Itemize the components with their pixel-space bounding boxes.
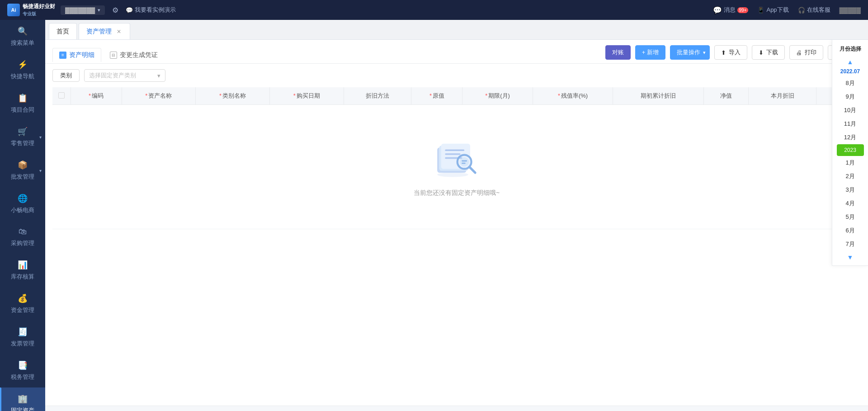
col-purchase-date: *购买日期 [269,87,344,105]
month-nav-down: ▼ [846,253,855,262]
reconcile-button[interactable]: 对账 [605,45,631,60]
col-monthly-depreciation: 本月折旧 [749,87,816,105]
tab-asset-detail[interactable]: ≡ 资产明细 [52,48,101,62]
col-depreciation-method: 折旧方法 [344,87,411,105]
app-download-button[interactable]: 📱 App下载 [757,6,788,14]
logo-icon: Ai [7,4,20,16]
sidebar-item-tax[interactable]: 📑 税务管理 [0,354,45,387]
month-nav-up: ▲ [846,57,855,66]
month-item-1[interactable]: 1月 [837,156,864,170]
month-picker-panel: 月份选择 ▲ 2022.07 8月 9月 10月 11月 12月 2023 1月… [832,40,868,266]
month-item-10[interactable]: 10月 [837,104,864,117]
sub-tab-bar: ≡ 资产明细 ⊟ 变更生成凭证 对账 + 新增 批量操作 [45,40,868,64]
month-item-2[interactable]: 2月 [837,170,864,183]
svg-point-8 [460,157,469,167]
svg-rect-10 [462,161,467,162]
sidebar-item-quick-nav[interactable]: ⚡ 快捷导航 [0,53,45,87]
sidebar-item-wholesale[interactable]: 📦 批发管理 [0,154,45,187]
month-item-7[interactable]: 7月 [837,237,864,251]
retail-icon: 🛒 [18,127,28,137]
tab-bar: 首页 资产管理 ✕ [45,20,868,40]
select-all-checkbox[interactable] [58,92,65,99]
svg-line-9 [469,167,475,173]
col-residual-rate: *残值率(%) [533,87,613,105]
asset-table: *编码 *资产名称 *类别名称 *购买日期 [52,87,861,229]
import-button[interactable]: ⬆ 导入 [714,45,747,60]
horizontal-scrollbar[interactable] [45,406,868,411]
month-up-button[interactable]: ▲ [846,57,855,66]
month-item-12[interactable]: 12月 [837,131,864,144]
sidebar-item-inventory[interactable]: 📊 库存核算 [0,254,45,287]
month-item-6[interactable]: 6月 [837,224,864,237]
app-title: 畅捷通好业财 专业版 [23,3,55,17]
month-picker-title: 月份选择 [840,43,861,57]
filter-bar: 类别 选择固定资产类别 ▾ [45,64,868,87]
svg-point-0 [437,172,468,177]
month-item-9[interactable]: 9月 [837,90,864,104]
month-down-button[interactable]: ▼ [846,253,855,262]
tab-home[interactable]: 首页 [49,23,77,39]
batch-button[interactable]: 批量操作 ▾ [670,45,710,60]
message-badge: 99+ [737,7,749,13]
sidebar-item-finance[interactable]: 💰 资金管理 [0,287,45,321]
month-item-5[interactable]: 5月 [837,210,864,224]
year-2023-marker: 2023 [837,144,864,156]
month-item-3[interactable]: 3月 [837,183,864,197]
tab-close-button[interactable]: ✕ [115,28,123,35]
finance-icon: 💰 [18,293,28,303]
current-period[interactable]: 2022.07 [840,67,860,76]
sidebar-item-invoice[interactable]: 🧾 发票管理 [0,321,45,354]
inventory-icon: 📊 [18,260,28,270]
sidebar-item-search[interactable]: 🔍 搜索菜单 [0,20,45,53]
topbar-right: 💬 消息 99+ 📱 App下载 🎧 在线客服 ▓▓▓▓▓ [713,6,861,14]
demo-link[interactable]: 💬 我要看实例演示 [126,6,176,14]
fixed-assets-icon: 🏢 [18,394,28,404]
wholesale-icon: 📦 [18,160,28,170]
empty-message: 当前您还没有固定资产明细哦~ [414,189,500,197]
svg-rect-4 [445,150,464,151]
asset-detail-icon: ≡ [59,52,66,59]
col-period: *期限(月) [462,87,533,105]
category-select[interactable]: 选择固定资产类别 ▾ [84,69,165,82]
change-voucher-icon: ⊟ [110,52,117,59]
category-label[interactable]: 类别 [52,69,80,82]
sidebar-item-retail[interactable]: 🛒 零售管理 [0,120,45,154]
col-code: *编码 [71,87,122,105]
tax-icon: 📑 [18,360,28,370]
table-area: *编码 *资产名称 *类别名称 *购买日期 [45,87,868,406]
sidebar: 🔍 搜索菜单 ⚡ 快捷导航 📋 项目合同 🛒 零售管理 📦 批发管理 🌐 小畅电… [0,20,45,411]
settings-icon[interactable]: ⚙ [110,4,120,16]
sidebar-item-project[interactable]: 📋 项目合同 [0,87,45,120]
svg-rect-5 [445,153,460,155]
tab-change-voucher[interactable]: ⊟ 变更生成凭证 [103,48,165,62]
main-layout: 🔍 搜索菜单 ⚡ 快捷导航 📋 项目合同 🛒 零售管理 📦 批发管理 🌐 小畅电… [0,20,868,411]
company-selector[interactable]: ▓▓▓▓▓▓▓ ▾ [61,5,105,15]
month-item-8[interactable]: 8月 [837,76,864,90]
top-bar: Ai 畅捷通好业财 专业版 ▓▓▓▓▓▓▓ ▾ ⚙ 💬 我要看实例演示 💬 消息… [0,0,868,20]
col-accumulated-depreciation: 期初累计折旧 [613,87,704,105]
sidebar-item-purchase[interactable]: 🛍 采购管理 [0,221,45,254]
search-icon: 🔍 [18,26,28,36]
tab-asset-mgmt[interactable]: 资产管理 ✕ [79,23,130,39]
month-item-4[interactable]: 4月 [837,197,864,210]
empty-icon [429,137,484,182]
content-area: 首页 资产管理 ✕ ≡ 资产明细 ⊟ 变更生成凭证 [45,20,868,411]
month-item-11[interactable]: 11月 [837,117,864,131]
online-service-button[interactable]: 🎧 在线客服 [798,6,830,14]
page-content: ≡ 资产明细 ⊟ 变更生成凭证 对账 + 新增 批量操作 [45,40,868,411]
col-category: *类别名称 [196,87,270,105]
message-button[interactable]: 💬 消息 99+ [713,6,749,14]
download-button[interactable]: ⬇ 下载 [752,45,785,60]
invoice-icon: 🧾 [18,327,28,337]
sidebar-item-ecommerce[interactable]: 🌐 小畅电商 [0,187,45,221]
col-original-value: *原值 [411,87,462,105]
print-button[interactable]: 🖨 打印 [789,45,823,60]
purchase-icon: 🛍 [19,227,27,236]
project-icon: 📋 [18,93,28,103]
ecommerce-icon: 🌐 [18,194,28,203]
svg-rect-11 [462,163,466,164]
quick-nav-icon: ⚡ [18,60,28,70]
user-info[interactable]: ▓▓▓▓▓ [840,7,861,14]
add-button[interactable]: + 新增 [635,45,665,60]
sidebar-item-fixed-assets[interactable]: 🏢 固定资产 [0,387,45,411]
